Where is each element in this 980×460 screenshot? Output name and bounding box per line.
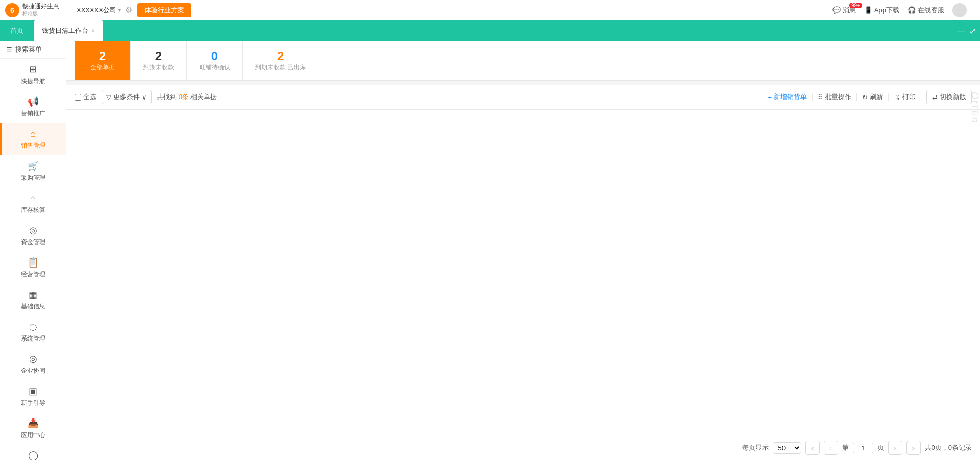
sidebar-item-quick-nav[interactable]: ⊞ 快捷导航 bbox=[0, 59, 66, 91]
message-button[interactable]: 💬 消息 99+ bbox=[832, 6, 856, 15]
tab-bar-controls: — ⤢ bbox=[957, 26, 980, 36]
stat-num-pending: 0 bbox=[199, 49, 230, 63]
stat-label-overdue: 到期未收款 bbox=[143, 63, 174, 72]
add-icon: + bbox=[768, 93, 772, 101]
page-size-select[interactable]: 50 20 100 200 bbox=[773, 442, 801, 454]
basic-label: 基础信息 bbox=[21, 302, 45, 311]
sidebar-search[interactable]: ☰ 搜索菜单 bbox=[0, 41, 66, 59]
sidebar-item-finance[interactable]: ◎ 资金管理 bbox=[0, 220, 66, 252]
app-name: 畅捷通好生意 bbox=[22, 3, 59, 11]
header-right: 💬 消息 99+ 📱 App下载 🎧 在线客服 bbox=[832, 3, 975, 17]
first-page-button[interactable]: « bbox=[805, 441, 820, 455]
stat-label-pending: 旺铺待确认 bbox=[199, 63, 230, 72]
print-label: 打印 bbox=[902, 92, 916, 102]
online-service-button[interactable]: 🎧 在线客服 bbox=[908, 6, 944, 15]
sidebar-item-inventory[interactable]: ⌂ 库存核算 bbox=[0, 187, 66, 220]
print-icon: 🖨 bbox=[894, 93, 900, 101]
prev-page-button[interactable]: ‹ bbox=[824, 441, 838, 455]
next-page-button[interactable]: › bbox=[888, 441, 902, 455]
tab-close-icon[interactable]: × bbox=[91, 27, 95, 34]
sidebar-item-wechat[interactable]: ◯ 企业微信 bbox=[0, 445, 66, 460]
toolbar: 全选 ▽ 更多条件 ∨ 共找到 0条 相关单据 + 新增销货单 bbox=[66, 85, 980, 110]
app-version: 标准版 bbox=[22, 10, 59, 17]
online-service-label: 在线客服 bbox=[918, 6, 944, 15]
select-all-label: 全选 bbox=[83, 92, 96, 102]
sidebar-item-purchase[interactable]: 🛒 采购管理 bbox=[0, 155, 66, 187]
finance-label: 资金管理 bbox=[21, 238, 45, 247]
top-header: 6 畅捷通好生意 标准版 XXXXXX公司 ▾ ⚙ 体验行业方案 💬 消息 99… bbox=[0, 0, 980, 20]
enterprise-icon: ◎ bbox=[28, 353, 39, 365]
logo-icon: 6 bbox=[5, 3, 19, 17]
app-download-button[interactable]: 📱 App下载 bbox=[864, 6, 899, 15]
search-label: 搜索菜单 bbox=[15, 45, 42, 54]
avatar[interactable] bbox=[952, 3, 967, 17]
select-all-checkbox[interactable]: 全选 bbox=[75, 92, 96, 102]
toolbar-divider-4 bbox=[921, 93, 921, 101]
pagination-bar: 每页显示 50 20 100 200 « ‹ 第 页 › » 共0页，0条记录 bbox=[66, 435, 980, 460]
sidebar-item-marketing[interactable]: 📢 营销推广 bbox=[0, 91, 66, 123]
sidebar-item-basic[interactable]: ▦ 基础信息 bbox=[0, 284, 66, 316]
sidebar-item-guide[interactable]: ▣ 新手引导 bbox=[0, 380, 66, 413]
sidebar: ☰ 搜索菜单 ⊞ 快捷导航 📢 营销推广 ⌂ 销售管理 🛒 采购管理 ⌂ 库存核… bbox=[0, 41, 66, 460]
stat-tab-overdue[interactable]: 2 到期未收款 bbox=[131, 41, 187, 80]
guide-label: 新手引导 bbox=[21, 399, 45, 407]
business-label: 经营管理 bbox=[21, 270, 45, 279]
sidebar-item-sales[interactable]: ⌂ 销售管理 bbox=[0, 123, 66, 155]
toolbar-right: + 新增销货单 ⠿ 批量操作 ↻ 刷新 🖨 打印 bbox=[768, 90, 972, 104]
purchase-label: 采购管理 bbox=[21, 174, 45, 182]
logo-area: 6 畅捷通好生意 标准版 bbox=[5, 3, 71, 18]
count-text: 共找到 0条 相关单据 bbox=[157, 92, 217, 102]
message-icon: 💬 bbox=[832, 6, 841, 14]
sidebar-item-apps[interactable]: 📥 应用中心 bbox=[0, 413, 66, 445]
stat-label-overdue-out: 到期未收款 已出库 bbox=[255, 63, 306, 72]
stat-tab-pending[interactable]: 0 旺铺待确认 bbox=[187, 41, 243, 80]
guide-icon: ▣ bbox=[28, 385, 39, 397]
tab-active[interactable]: 钱货日清工作台 × bbox=[34, 20, 103, 41]
batch-icon: ⠿ bbox=[818, 93, 823, 101]
stat-num-overdue-out: 2 bbox=[255, 49, 306, 63]
filter-button[interactable]: ▽ 更多条件 ∨ bbox=[102, 90, 152, 104]
batch-button[interactable]: ⠿ 批量操作 bbox=[818, 92, 851, 102]
stat-tab-overdue-out[interactable]: 2 到期未收款 已出库 bbox=[243, 41, 318, 80]
tab-bar: 首页 钱货日清工作台 × — ⤢ bbox=[0, 20, 980, 41]
minimize-icon[interactable]: — bbox=[957, 26, 965, 35]
trial-button[interactable]: 体验行业方案 bbox=[137, 3, 191, 17]
stats-tabs: 2 全部单据 2 到期未收款 0 旺铺待确认 2 到期未收款 已出库 bbox=[66, 41, 980, 81]
inventory-label: 库存核算 bbox=[21, 206, 45, 214]
refresh-button[interactable]: ↻ 刷新 bbox=[862, 92, 883, 102]
chevron-down-icon: ▾ bbox=[118, 7, 121, 13]
apps-label: 应用中心 bbox=[21, 431, 45, 440]
sales-icon: ⌂ bbox=[28, 128, 39, 139]
purchase-icon: 🛒 bbox=[28, 160, 39, 172]
last-page-button[interactable]: » bbox=[906, 441, 921, 455]
service-icon: 🎧 bbox=[908, 6, 916, 14]
marketing-label: 营销推广 bbox=[21, 109, 45, 118]
stat-num-overdue: 2 bbox=[143, 49, 174, 63]
add-order-button[interactable]: + 新增销货单 bbox=[768, 92, 807, 102]
table-area bbox=[66, 110, 980, 435]
select-all-input[interactable] bbox=[75, 94, 81, 101]
sidebar-item-enterprise[interactable]: ◎ 企业协同 bbox=[0, 348, 66, 380]
stat-tab-all[interactable]: 2 全部单据 bbox=[75, 41, 131, 80]
settings-icon[interactable]: ⚙ bbox=[125, 5, 132, 15]
switch-label: 切换新版 bbox=[940, 92, 966, 102]
quick-nav-label: 快捷导航 bbox=[21, 77, 45, 86]
filter-label: 更多条件 bbox=[113, 92, 140, 102]
sidebar-item-business[interactable]: 📋 经营管理 bbox=[0, 252, 66, 284]
business-icon: 📋 bbox=[28, 257, 39, 268]
switch-version-button[interactable]: ⇄ 切换新版 bbox=[926, 90, 972, 104]
sidebar-item-system[interactable]: ◌ 系统管理 bbox=[0, 316, 66, 348]
tab-home[interactable]: 首页 bbox=[0, 20, 34, 41]
content-area: 2 全部单据 2 到期未收款 0 旺铺待确认 2 到期未收款 已出库 全选 bbox=[66, 41, 980, 460]
download-icon: 📱 bbox=[864, 6, 872, 14]
total-info: 共0页，0条记录 bbox=[925, 443, 972, 452]
toolbar-divider-2 bbox=[856, 93, 857, 101]
marketing-icon: 📢 bbox=[28, 96, 39, 107]
refresh-icon: ↻ bbox=[862, 93, 868, 101]
batch-label: 批量操作 bbox=[825, 92, 851, 102]
print-button[interactable]: 🖨 打印 bbox=[894, 92, 916, 102]
restore-icon[interactable]: ⤢ bbox=[969, 26, 976, 36]
page-input[interactable] bbox=[853, 443, 873, 453]
finance-icon: ◎ bbox=[28, 225, 39, 236]
company-selector[interactable]: XXXXXX公司 ▾ bbox=[77, 6, 121, 15]
